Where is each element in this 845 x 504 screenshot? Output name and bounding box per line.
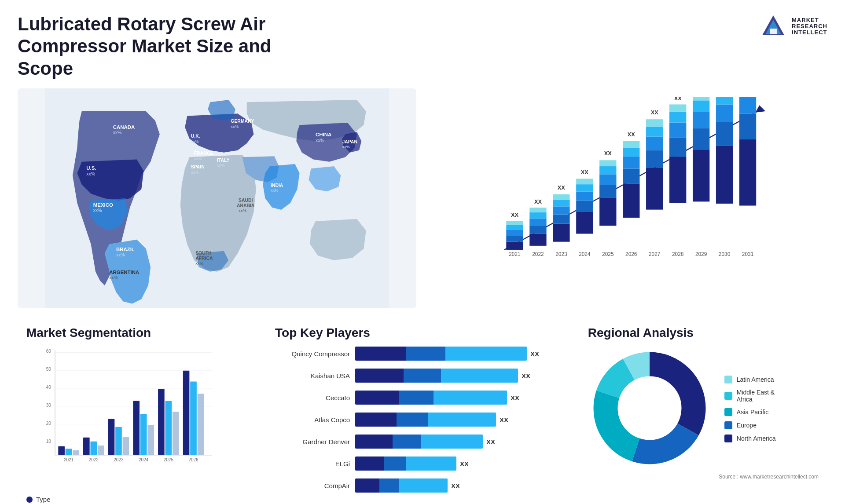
svg-rect-133 <box>83 438 90 455</box>
logo-text: MARKET RESEARCH INTELLECT <box>792 17 827 36</box>
donut-chart <box>588 347 711 471</box>
svg-text:10: 10 <box>46 439 51 444</box>
svg-rect-68 <box>599 174 616 185</box>
svg-rect-131 <box>73 450 79 455</box>
svg-text:2027: 2027 <box>649 251 660 257</box>
world-map: CANADA xx% U.S. xx% MEXICO xx% BRAZIL xx… <box>18 88 416 308</box>
svg-rect-137 <box>108 419 115 455</box>
svg-rect-47 <box>529 219 546 226</box>
svg-text:2023: 2023 <box>114 457 124 462</box>
player-row: Quincy Compressor XX <box>275 347 557 361</box>
svg-text:GERMANY: GERMANY <box>231 119 254 124</box>
svg-rect-88 <box>669 137 686 157</box>
donut-area: Latin America Middle East &Africa Asia P… <box>588 347 819 471</box>
bar-chart-container: XX 2021 XX 2022 XX 2023 <box>425 88 827 308</box>
legend-middle-east-africa: Middle East &Africa <box>724 389 776 403</box>
svg-rect-139 <box>123 437 129 455</box>
svg-rect-2 <box>770 29 777 34</box>
svg-rect-103 <box>716 105 733 122</box>
svg-rect-63 <box>576 179 593 185</box>
svg-rect-39 <box>506 236 523 242</box>
svg-rect-84 <box>646 119 663 126</box>
svg-text:xx%: xx% <box>239 208 246 213</box>
svg-text:2025: 2025 <box>602 251 614 257</box>
svg-text:xx%: xx% <box>191 170 199 175</box>
svg-text:SAUDI: SAUDI <box>239 198 253 203</box>
svg-rect-130 <box>66 449 72 455</box>
svg-rect-135 <box>98 446 104 455</box>
svg-rect-104 <box>716 97 733 104</box>
legend-asia-pacific: Asia Pacific <box>724 408 776 416</box>
svg-text:2021: 2021 <box>509 251 521 257</box>
svg-text:FRANCE: FRANCE <box>194 151 213 156</box>
svg-text:xx%: xx% <box>86 172 95 176</box>
svg-rect-61 <box>576 192 593 201</box>
svg-text:CANADA: CANADA <box>113 124 135 130</box>
svg-rect-42 <box>506 221 523 225</box>
svg-text:AFRICA: AFRICA <box>195 256 213 261</box>
svg-text:XX: XX <box>628 131 636 138</box>
players-bar-list: Quincy Compressor XX Kaishan USA <box>275 347 557 493</box>
player-row: Atlas Copco XX <box>275 413 557 427</box>
logo-icon <box>760 13 786 40</box>
svg-rect-55 <box>553 200 569 207</box>
segmentation-legend: Type Application Geography <box>26 496 244 504</box>
svg-rect-145 <box>158 389 165 455</box>
svg-rect-142 <box>140 414 147 455</box>
svg-rect-134 <box>90 442 97 455</box>
svg-text:xx%: xx% <box>194 157 202 161</box>
regional-section: Regional Analysis <box>579 321 827 504</box>
svg-rect-60 <box>576 201 593 212</box>
svg-rect-73 <box>623 183 639 218</box>
svg-rect-74 <box>623 169 639 184</box>
page-title: Lubricated Rotary Screw Air Compressor M… <box>18 13 326 80</box>
player-row: Gardner Denver XX <box>275 435 557 449</box>
svg-rect-41 <box>506 225 523 230</box>
svg-text:XX: XX <box>674 97 682 102</box>
svg-rect-70 <box>599 161 616 167</box>
svg-rect-38 <box>506 242 523 250</box>
map-svg: CANADA xx% U.S. xx% MEXICO xx% BRAZIL xx… <box>18 88 416 308</box>
svg-text:ARABIA: ARABIA <box>237 203 255 208</box>
svg-text:xx%: xx% <box>231 124 239 129</box>
player-row: Ceccato XX <box>275 391 557 405</box>
svg-text:xx%: xx% <box>109 276 118 281</box>
svg-rect-49 <box>529 208 546 212</box>
svg-text:XX: XX <box>511 212 519 218</box>
svg-text:2024: 2024 <box>579 251 591 257</box>
svg-text:2031: 2031 <box>742 251 754 257</box>
svg-text:XX: XX <box>604 150 612 157</box>
svg-rect-62 <box>576 184 593 191</box>
svg-rect-52 <box>553 224 569 242</box>
legend-latin-america: Latin America <box>724 376 776 383</box>
svg-rect-98 <box>693 97 709 100</box>
players-title: Top Key Players <box>275 326 557 340</box>
bottom-section: Market Segmentation 60 50 40 30 20 10 <box>18 321 827 504</box>
svg-rect-147 <box>173 412 179 455</box>
svg-text:INDIA: INDIA <box>271 183 283 188</box>
svg-rect-77 <box>623 141 639 148</box>
svg-rect-89 <box>669 123 686 138</box>
svg-rect-48 <box>529 212 546 219</box>
svg-text:40: 40 <box>46 385 51 390</box>
svg-text:MEXICO: MEXICO <box>93 202 113 208</box>
svg-text:U.S.: U.S. <box>86 166 96 171</box>
svg-text:xx%: xx% <box>116 252 125 257</box>
svg-text:U.K.: U.K. <box>191 134 200 139</box>
svg-text:SPAIN: SPAIN <box>191 164 205 169</box>
svg-text:xx%: xx% <box>113 130 122 135</box>
svg-text:SOUTH: SOUTH <box>195 251 211 256</box>
svg-text:xx%: xx% <box>342 145 350 150</box>
player-row: CompAir XX <box>275 478 557 493</box>
svg-text:CHINA: CHINA <box>316 132 331 138</box>
segmentation-section: Market Segmentation 60 50 40 30 20 10 <box>18 321 253 504</box>
svg-marker-37 <box>756 105 766 112</box>
svg-text:20: 20 <box>46 421 51 426</box>
svg-rect-45 <box>529 234 546 246</box>
svg-rect-80 <box>646 168 663 210</box>
svg-text:2030: 2030 <box>719 251 731 257</box>
svg-text:JAPAN: JAPAN <box>342 139 357 144</box>
segmentation-chart: 60 50 40 30 20 10 2021 <box>26 347 224 487</box>
svg-rect-143 <box>147 425 154 455</box>
svg-rect-96 <box>693 112 709 128</box>
